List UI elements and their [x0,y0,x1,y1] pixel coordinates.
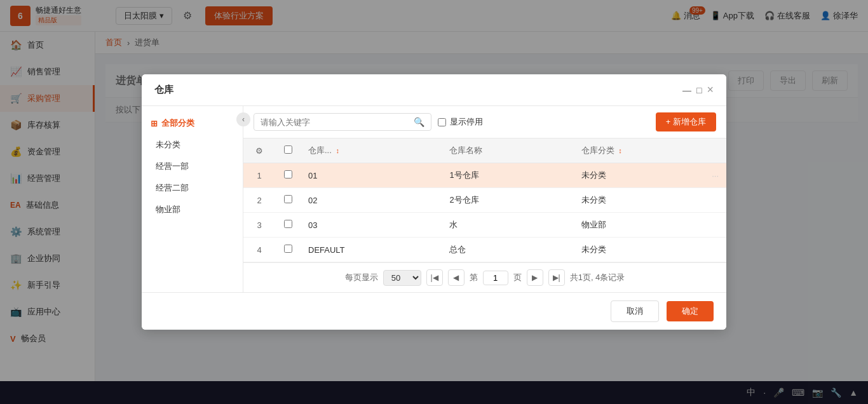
cell-seq: 2 [243,188,275,213]
table-row[interactable]: 2 02 2号仓库 未分类 [243,188,726,213]
sort-category-icon: ↕ [618,147,622,154]
cell-name: 水 [442,213,573,238]
table-body: 1 01 1号仓库 未分类 ··· 2 02 2号仓库 未分类 3 03 水 物… [243,163,726,262]
table-header-row: ⚙ 仓库... ↕ 仓库名称 [243,138,726,163]
select-all-checkbox[interactable] [284,145,292,154]
page-suffix: 页 [513,272,522,283]
cell-checkbox[interactable] [275,213,301,238]
cell-code: 01 [301,163,442,188]
cell-code: 03 [301,213,442,238]
table-wrap: ⚙ 仓库... ↕ 仓库名称 [243,138,726,262]
search-input-wrap: 🔍 [254,113,431,131]
modal-title: 仓库 [154,84,173,96]
all-category-header[interactable]: ⊞ 全部分类 [142,112,243,134]
modal-minimize-button[interactable]: — [682,85,691,95]
category-item-2[interactable]: 经营二部 [142,177,243,199]
show-disabled-input[interactable] [438,118,446,126]
sort-code-icon: ↕ [336,147,339,154]
modal-close-button[interactable]: × [707,83,714,97]
cell-seq: 4 [243,238,275,262]
cell-category: 未分类 [574,238,726,262]
row-checkbox[interactable] [284,195,292,203]
grid-icon: ⊞ [151,119,158,128]
modal-body: ⊞ 全部分类 ‹ 未分类 经营一部 经营二部 物业部 [142,106,726,292]
category-item-0[interactable]: 未分类 [142,134,243,156]
show-disabled-label: 显示停用 [450,116,483,128]
col-checkbox [275,138,301,163]
warehouse-modal: 仓库 — □ × ⊞ 全部分类 ‹ 未分类 经营一部 [142,74,726,330]
category-collapse-button[interactable]: ‹ [236,112,250,126]
warehouse-table: ⚙ 仓库... ↕ 仓库名称 [243,138,726,262]
cell-name: 2号仓库 [442,188,573,213]
row-checkbox[interactable] [284,170,292,178]
modal-header: 仓库 — □ × [142,74,726,106]
content-panel: 🔍 显示停用 + 新增仓库 ⚙ [243,106,726,292]
cell-checkbox[interactable] [275,188,301,213]
cell-category: 未分类 ··· [574,163,726,187]
cell-code: 02 [301,188,442,213]
cell-seq: 1 [243,163,275,188]
show-disabled-checkbox[interactable]: 显示停用 [438,116,483,128]
cell-category: 未分类 [574,188,726,212]
last-page-button[interactable]: ▶| [548,269,565,286]
cell-checkbox[interactable] [275,163,301,188]
cell-code: DEFAULT [301,238,442,262]
add-warehouse-button[interactable]: + 新增仓库 [656,112,716,131]
table-row[interactable]: 3 03 水 物业部 [243,213,726,238]
search-icon[interactable]: 🔍 [414,117,424,127]
category-item-1[interactable]: 经营一部 [142,156,243,177]
pagination: 每页显示 50 100 |◀ ◀ 第 1 页 ▶ ▶| 共1页, 4条记录 [243,262,726,292]
col-code: 仓库... ↕ [301,138,442,163]
settings-icon: ⚙ [255,146,263,156]
category-item-3[interactable]: 物业部 [142,199,243,220]
next-page-button[interactable]: ▶ [527,269,543,286]
cell-checkbox[interactable] [275,238,301,262]
all-category-label: 全部分类 [161,118,194,129]
first-page-button[interactable]: |◀ [426,269,443,286]
search-bar: 🔍 显示停用 + 新增仓库 [243,106,726,138]
row-actions: ··· [712,171,719,180]
cell-name: 1号仓库 [442,163,573,188]
col-category: 仓库分类 ↕ [574,138,726,163]
row-checkbox[interactable] [284,245,292,253]
cancel-button[interactable]: 取消 [611,300,659,322]
page-number-input[interactable]: 1 [483,271,508,285]
per-page-label: 每页显示 [345,272,378,283]
category-panel: ⊞ 全部分类 ‹ 未分类 经营一部 经营二部 物业部 [142,106,243,292]
page-size-select[interactable]: 50 100 [383,270,421,286]
row-checkbox[interactable] [284,220,292,228]
cell-name: 总仓 [442,238,573,262]
table-row[interactable]: 4 DEFAULT 总仓 未分类 [243,238,726,262]
prev-page-button[interactable]: ◀ [448,269,465,286]
total-info: 共1页, 4条记录 [570,272,625,283]
confirm-button[interactable]: 确定 [667,301,714,321]
cell-seq: 3 [243,213,275,238]
modal-maximize-button[interactable]: □ [696,85,702,95]
table-row[interactable]: 1 01 1号仓库 未分类 ··· [243,163,726,188]
modal-overlay: 仓库 — □ × ⊞ 全部分类 ‹ 未分类 经营一部 [0,0,868,404]
cell-category: 物业部 [574,213,726,237]
page-label: 第 [470,272,478,283]
modal-footer: 取消 确定 [142,292,726,330]
search-input[interactable] [261,118,414,127]
col-name: 仓库名称 [442,138,573,163]
col-gear: ⚙ [243,138,275,163]
